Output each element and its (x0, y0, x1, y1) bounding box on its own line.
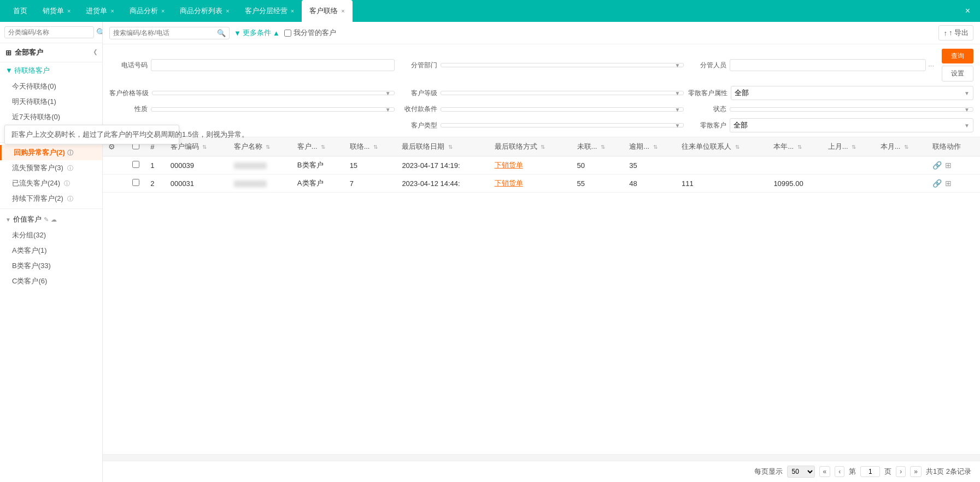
col-last-month[interactable]: 上月... ⇅ (823, 137, 875, 156)
sidebar-item-ungroup[interactable]: 未分组(32) (0, 228, 102, 243)
sidebar-item-b-class[interactable]: B类客户(33) (0, 258, 102, 274)
nav-tab-analysis-list-close[interactable]: × (226, 8, 229, 14)
col-last-month-sort-icon[interactable]: ⇅ (852, 144, 856, 150)
horizontal-scrollbar[interactable] (103, 454, 980, 461)
col-unread-sort-icon[interactable]: ⇅ (601, 144, 605, 150)
page-number-input[interactable] (860, 466, 880, 477)
sidebar-item-loss-warning[interactable]: 流失预警客户(3) ⓘ (0, 160, 102, 176)
settings-button[interactable]: 设置 (942, 66, 973, 82)
col-overdue[interactable]: 逾期... ⇅ (624, 137, 676, 156)
sidebar-item-lost[interactable]: 已流失客户(24) ⓘ (0, 176, 102, 191)
row-grid-icon[interactable]: ⊞ (945, 161, 952, 170)
row-last-way[interactable]: 下销货单 (489, 156, 572, 175)
main-search-input[interactable] (113, 29, 217, 37)
col-contact-sort-icon[interactable]: ⇅ (373, 144, 378, 150)
sidebar-item-week[interactable]: 近7天待联络(0) (0, 109, 102, 125)
sidebar-pending-group-title[interactable]: ▼ 待联络客户 (0, 62, 102, 79)
col-contact[interactable]: 联络... ⇅ (344, 137, 397, 156)
retail-customer-select[interactable]: 全部 ▼ (730, 118, 973, 132)
col-this-month[interactable]: 本月... ⇅ (875, 137, 928, 156)
nav-tab-sales[interactable]: 销货单 × (35, 0, 78, 22)
nav-tab-purchase[interactable]: 进货单 × (78, 0, 121, 22)
sidebar-collapse-button[interactable]: 《 (90, 48, 97, 57)
first-page-button[interactable]: « (819, 466, 831, 477)
nav-tab-analysis-close[interactable]: × (161, 8, 165, 14)
nav-tab-analysis[interactable]: 商品分析 × (122, 0, 172, 22)
col-type-sort-icon[interactable]: ⇅ (321, 144, 325, 150)
sidebar-item-c-class[interactable]: C类客户(6) (0, 274, 102, 289)
sidebar-item-today[interactable]: 今天待联络(0) (0, 79, 102, 94)
row-unread: 55 (572, 175, 624, 193)
col-this-year-sort-icon[interactable]: ⇅ (797, 144, 802, 150)
nav-tab-customer-contact[interactable]: 客户联络 × (302, 0, 352, 22)
value-group-edit2-icon[interactable]: ☁ (51, 216, 57, 223)
nav-tab-home[interactable]: 首页 (5, 0, 35, 22)
sidebar-item-declining[interactable]: 持续下滑客户(2) ⓘ (0, 191, 102, 206)
col-type[interactable]: 客户... ⇅ (292, 137, 344, 156)
row-last-way[interactable]: 下销货单 (489, 175, 572, 193)
export-button[interactable]: ↑ ↑ 导出 (938, 25, 973, 40)
row-link-icon[interactable]: 🔗 (932, 179, 942, 188)
sidebar-item-tomorrow[interactable]: 明天待联络(1) (0, 94, 102, 109)
loss-warning-info-icon[interactable]: ⓘ (67, 165, 73, 171)
nav-tab-customer-mgmt[interactable]: 客户分层经营 × (237, 0, 302, 22)
col-overdue-sort-icon[interactable]: ⇅ (653, 144, 658, 150)
value-group-edit-icon[interactable]: ✎ (44, 216, 49, 223)
declining-info-icon[interactable]: ⓘ (67, 195, 73, 202)
phone-input[interactable] (151, 59, 395, 71)
row-checkbox[interactable] (132, 179, 139, 186)
customer-level-select[interactable]: ▼ (441, 91, 684, 95)
row-checkbox[interactable] (132, 161, 139, 168)
col-this-month-sort-icon[interactable]: ⇅ (904, 144, 908, 150)
row-this-month (875, 175, 928, 193)
next-page-button[interactable]: › (896, 466, 906, 477)
col-name-sort-icon[interactable]: ⇅ (266, 144, 270, 150)
col-code-sort-icon[interactable]: ⇅ (202, 144, 207, 150)
prev-page-button[interactable]: ‹ (835, 466, 844, 477)
nav-tab-analysis-list[interactable]: 商品分析列表 × (172, 0, 237, 22)
last-page-button[interactable]: » (910, 466, 922, 477)
col-contacts-sort-icon[interactable]: ⇅ (735, 144, 740, 150)
window-close-button[interactable]: × (961, 6, 975, 16)
status-select[interactable]: ▼ (730, 107, 973, 112)
nav-tab-purchase-close[interactable]: × (110, 8, 114, 14)
col-contacts[interactable]: 往来单位联系人 ⇅ (676, 137, 768, 156)
lost-info-icon[interactable]: ⓘ (64, 180, 70, 187)
filter-row-payment: 收付款条件 ▼ (399, 104, 684, 114)
sidebar-all-customers[interactable]: ⊞ 全部客户 《 (0, 43, 102, 62)
col-last-way[interactable]: 最后联络方式 ⇅ (489, 137, 572, 156)
page-size-select[interactable]: 50 100 (787, 466, 815, 478)
main-search-icon[interactable]: 🔍 (217, 29, 226, 37)
customer-type-select[interactable]: ▼ (441, 123, 684, 127)
nature-chevron-icon: ▼ (385, 106, 391, 112)
payment-select[interactable]: ▼ (441, 107, 684, 112)
repurchase-info-icon[interactable]: ⓘ (67, 149, 73, 157)
sidebar-search-icon[interactable]: 🔍 (96, 28, 103, 37)
row-grid-icon[interactable]: ⊞ (945, 179, 952, 188)
nav-tab-customer-contact-close[interactable]: × (341, 8, 344, 14)
my-customer-checkbox[interactable] (284, 30, 291, 37)
sidebar-search-input[interactable] (4, 26, 94, 38)
manager-dots-icon[interactable]: ··· (928, 61, 934, 69)
col-unread[interactable]: 未联... ⇅ (572, 137, 624, 156)
price-level-select[interactable]: ▼ (152, 91, 395, 95)
sidebar-search-area: 🔍 (0, 22, 102, 43)
col-name[interactable]: 客户名称 ⇅ (228, 137, 292, 156)
sidebar-item-repurchase[interactable]: 回购异常客户(2) ⓘ (0, 145, 102, 160)
nature-select[interactable]: ▼ (151, 107, 395, 112)
sidebar-item-a-class[interactable]: A类客户(1) (0, 243, 102, 258)
col-last-date-sort-icon[interactable]: ⇅ (448, 144, 453, 150)
col-last-date[interactable]: 最后联络日期 ⇅ (396, 137, 489, 156)
sidebar-item-loss-warning-label: 流失预警客户(3) (12, 164, 63, 172)
retail-attr-select[interactable]: 全部 ▼ (731, 86, 973, 100)
row-link-icon[interactable]: 🔗 (932, 161, 942, 170)
dept-select[interactable]: ▼ (441, 63, 684, 67)
col-last-way-sort-icon[interactable]: ⇅ (541, 144, 545, 150)
sidebar-value-group-title[interactable]: ▼ 价值客户 ✎ ☁ (0, 211, 102, 228)
nav-tab-sales-close[interactable]: × (67, 8, 71, 14)
nav-tab-customer-mgmt-close[interactable]: × (291, 8, 294, 14)
manager-input[interactable] (730, 59, 926, 71)
col-this-year[interactable]: 本年... ⇅ (768, 137, 822, 156)
query-button[interactable]: 查询 (942, 49, 973, 63)
more-conditions-button[interactable]: ▼ 更多条件 ▲ (234, 28, 280, 38)
